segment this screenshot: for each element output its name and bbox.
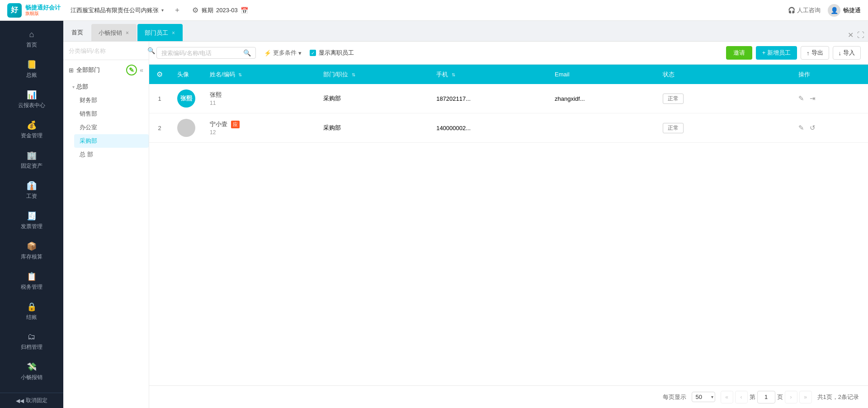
sidebar-item-fixed-assets[interactable]: 🏢 固定资产 — [0, 145, 63, 175]
sidebar-item-general-ledger[interactable]: 📒 总账 — [0, 54, 63, 84]
page-prefix: 第 — [750, 393, 755, 401]
show-resigned-checkbox[interactable]: ✓ — [310, 50, 316, 56]
sidebar-item-label: 工资 — [26, 192, 37, 200]
last-page-button[interactable]: » — [799, 391, 812, 403]
tab-dept-employee-close-icon[interactable]: × — [172, 30, 175, 36]
dept-item-finance[interactable]: 财务部 — [74, 94, 149, 107]
action-cell-1: ✎ ⇥ — [791, 84, 868, 113]
period-label: 账期 — [202, 6, 213, 14]
next-page-button[interactable]: › — [785, 391, 797, 403]
toolbar-right: 邀请 + 新增员工 ↑ 导出 ↓ 导入 — [726, 46, 861, 60]
edit-button-2[interactable]: ✎ — [798, 124, 804, 132]
tab-home-label: 首页 — [71, 28, 83, 37]
import-button[interactable]: ↓ 导入 — [833, 46, 861, 60]
company-selector[interactable]: 江西服宝精品有限责任公司内账张 ▾ — [71, 6, 164, 14]
sidebar-item-reports[interactable]: 📊 云报表中心 — [0, 84, 63, 115]
table-row: 1 张熙 张熙 11 采购部 — [149, 84, 868, 113]
sidebar-item-basic-settings[interactable]: ⚙ 基础设置 — [0, 387, 63, 393]
close-tab-icon[interactable]: ✕ — [848, 31, 854, 39]
per-page-label: 每页显示 — [663, 393, 686, 401]
dept-item-headquarters[interactable]: 总 部 — [74, 148, 149, 161]
table-settings-icon[interactable]: ⚙ — [156, 70, 163, 78]
total-info: 共1页，2条记录 — [817, 393, 859, 401]
page-input[interactable] — [757, 391, 775, 403]
logo-icon: 好 — [7, 3, 22, 18]
dept-item-office[interactable]: 办公室 — [74, 121, 149, 134]
status-cell-1: 正常 — [656, 84, 791, 113]
user-area[interactable]: 👤 畅捷通 — [828, 4, 861, 17]
settings-button[interactable]: ⚙ — [189, 4, 202, 17]
per-page-select[interactable]: 10 20 50 100 — [692, 392, 715, 402]
sidebar-item-archive[interactable]: 🗂 归档管理 — [0, 327, 63, 356]
dept-edit-button[interactable]: ✎ — [126, 65, 137, 75]
emp-code-1: 11 — [210, 100, 309, 106]
tab-xiaochang-label: 小畅报销 — [99, 29, 122, 37]
sidebar-item-label: 首页 — [26, 41, 37, 49]
avatar-2 — [177, 119, 195, 137]
dept-tree-header[interactable]: ⊞ 全部部门 ✎ « — [63, 60, 149, 80]
chevron-down-icon: ▾ — [161, 8, 164, 13]
unpin-button[interactable]: ◀◀ 取消固定 — [0, 393, 63, 408]
col-name-code[interactable]: 姓名/编码 ⇅ — [203, 65, 316, 84]
expand-tab-icon[interactable]: ⛶ — [857, 31, 864, 39]
status-badge-1: 正常 — [663, 94, 684, 104]
sidebar-item-home[interactable]: ⌂ 首页 — [0, 24, 63, 54]
assets-icon: 🏢 — [27, 150, 37, 160]
show-resigned-toggle[interactable]: ✓ 显示离职员工 — [310, 49, 354, 57]
tab-xiaochang-close-icon[interactable]: × — [126, 30, 129, 36]
dept-item-procurement[interactable]: 采购部 — [74, 134, 149, 148]
dept-all-label: ⊞ 全部部门 — [69, 66, 100, 74]
sidebar-item-label: 结账 — [26, 314, 37, 321]
sidebar-item-closing[interactable]: 🔒 结账 — [0, 296, 63, 327]
refresh-button-2[interactable]: ↺ — [810, 124, 816, 132]
tab-xiaochang[interactable]: 小畅报销 × — [91, 24, 137, 41]
export-button-1[interactable]: ⇥ — [810, 94, 816, 103]
dept-group-total[interactable]: ▾ 总部 — [67, 80, 149, 94]
filter-label: 更多条件 — [273, 49, 297, 57]
header-actions: ＋ ⚙ — [171, 4, 202, 17]
sidebar-item-xiaochang-expense[interactable]: 💸 小畅报销 — [0, 356, 63, 387]
tab-home[interactable]: 首页 — [64, 24, 90, 41]
service-button[interactable]: 🎧 人工咨询 — [788, 6, 821, 14]
reports-icon: 📊 — [27, 90, 37, 100]
avatar-cell-2 — [170, 113, 203, 143]
first-page-button[interactable]: « — [721, 391, 733, 403]
dept-cell-1: 采购部 — [316, 84, 429, 113]
phone-cell-2: 140000002... — [429, 113, 547, 143]
search-icon[interactable]: 🔍 — [243, 49, 251, 56]
sidebar-item-tax[interactable]: 📋 税务管理 — [0, 266, 63, 296]
add-employee-button[interactable]: + 新增员工 — [756, 46, 797, 60]
avatar-1: 张熙 — [177, 89, 195, 108]
expand-icon: ▾ — [72, 84, 75, 89]
sidebar-item-label: 固定资产 — [21, 162, 42, 170]
action-cell-2: ✎ ↺ — [791, 113, 868, 143]
employee-toolbar: 🔍 ⚡ 更多条件 ▾ ✓ 显示离职员工 邀请 + 新增员工 — [149, 42, 868, 65]
content-area: 首页 小畅报销 × 部门员工 × ✕ ⛶ 🔍 — [63, 21, 868, 408]
dept-collapse-button[interactable]: « — [140, 66, 143, 74]
edit-button-1[interactable]: ✎ — [798, 94, 804, 103]
dept-item-sales[interactable]: 销售部 — [74, 107, 149, 121]
dept-search-input[interactable] — [69, 47, 145, 54]
invite-button[interactable]: 邀请 — [726, 46, 752, 60]
dept-sub-list: 财务部 销售部 办公室 采购部 总 部 — [67, 94, 149, 161]
employee-search-input[interactable] — [161, 50, 241, 56]
tax-icon: 📋 — [27, 272, 37, 281]
calendar-icon[interactable]: 📅 — [241, 7, 248, 14]
period-value: 2023-03 — [216, 7, 238, 14]
name-code-cell-2: 宁小壹 应 12 — [203, 113, 316, 143]
filter-chevron-icon: ▾ — [298, 50, 302, 56]
add-button[interactable]: ＋ — [171, 4, 184, 17]
tab-dept-employee[interactable]: 部门员工 × — [137, 24, 183, 41]
export-button[interactable]: ↑ 导出 — [801, 46, 829, 60]
sidebar-item-payroll[interactable]: 👔 工资 — [0, 175, 63, 206]
col-dept-position[interactable]: 部门/职位 ⇅ — [316, 65, 429, 84]
sidebar-item-invoice[interactable]: 🧾 发票管理 — [0, 206, 63, 236]
filter-icon: ⚡ — [264, 50, 271, 56]
col-phone[interactable]: 手机 ⇅ — [429, 65, 547, 84]
sidebar-item-label: 总账 — [26, 71, 37, 79]
prev-page-button[interactable]: ‹ — [735, 391, 748, 403]
dept-cell-2: 采购部 — [316, 113, 429, 143]
sidebar-item-funds[interactable]: 💰 资金管理 — [0, 115, 63, 145]
sidebar-item-inventory[interactable]: 📦 库存核算 — [0, 236, 63, 266]
filter-button[interactable]: ⚡ 更多条件 ▾ — [260, 47, 305, 59]
